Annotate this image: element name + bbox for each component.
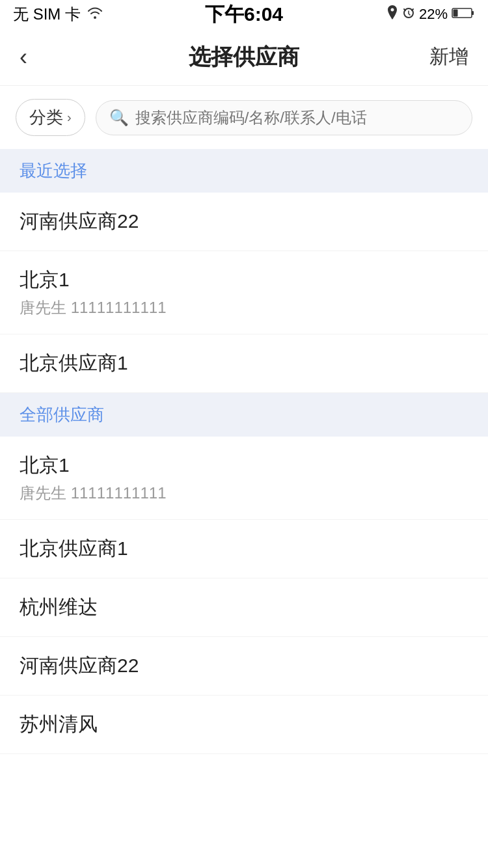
back-button[interactable]: ‹ [20, 44, 59, 71]
list-item[interactable]: 杭州维达 [0, 578, 488, 637]
status-time: 下午6:04 [205, 1, 283, 28]
chevron-right-icon: › [67, 110, 72, 125]
search-icon: 🔍 [109, 109, 129, 127]
item-sub: 唐先生 11111111111 [20, 297, 468, 318]
item-name: 北京供应商1 [20, 350, 468, 377]
search-box[interactable]: 🔍 [96, 100, 472, 135]
battery-icon [452, 6, 475, 23]
recent-section-header: 最近选择 [0, 149, 488, 193]
list-item[interactable]: 北京1唐先生 11111111111 [0, 251, 488, 334]
recent-items-list: 河南供应商22北京1唐先生 11111111111北京供应商1 [0, 193, 488, 393]
all-section-header: 全部供应商 [0, 393, 488, 437]
status-bar: 无 SIM 卡 下午6:04 22% [0, 0, 488, 29]
search-input[interactable] [135, 109, 459, 127]
list-item[interactable]: 北京1唐先生 11111111111 [0, 437, 488, 520]
item-name: 河南供应商22 [20, 208, 468, 235]
item-name: 苏州清风 [20, 711, 468, 738]
item-name: 北京1 [20, 267, 468, 293]
carrier-text: 无 SIM 卡 [13, 4, 81, 25]
all-section-label: 全部供应商 [20, 405, 104, 424]
add-button[interactable]: 新增 [429, 44, 468, 70]
page-title: 选择供应商 [189, 42, 299, 72]
all-items-list: 北京1唐先生 11111111111北京供应商1杭州维达河南供应商22苏州清风 [0, 437, 488, 754]
list-item[interactable]: 北京供应商1 [0, 520, 488, 578]
recent-section-label: 最近选择 [20, 161, 87, 180]
nav-bar: ‹ 选择供应商 新增 [0, 29, 488, 86]
svg-rect-3 [454, 10, 458, 17]
status-left: 无 SIM 卡 [13, 4, 104, 25]
list-item[interactable]: 河南供应商22 [0, 637, 488, 696]
item-sub: 唐先生 11111111111 [20, 483, 468, 504]
item-name: 河南供应商22 [20, 653, 468, 679]
filter-bar: 分类 › 🔍 [0, 86, 488, 149]
location-icon [386, 5, 398, 23]
battery-text: 22% [419, 6, 448, 23]
list-item[interactable]: 苏州清风 [0, 696, 488, 754]
svg-rect-2 [472, 11, 474, 15]
status-right: 22% [386, 5, 475, 23]
item-name: 北京供应商1 [20, 536, 468, 562]
alarm-icon [402, 6, 415, 23]
item-name: 北京1 [20, 452, 468, 479]
item-name: 杭州维达 [20, 594, 468, 621]
list-item[interactable]: 北京供应商1 [0, 334, 488, 393]
wifi-icon [86, 5, 104, 23]
category-button[interactable]: 分类 › [16, 99, 85, 136]
list-item[interactable]: 河南供应商22 [0, 193, 488, 251]
category-label: 分类 [29, 106, 63, 129]
